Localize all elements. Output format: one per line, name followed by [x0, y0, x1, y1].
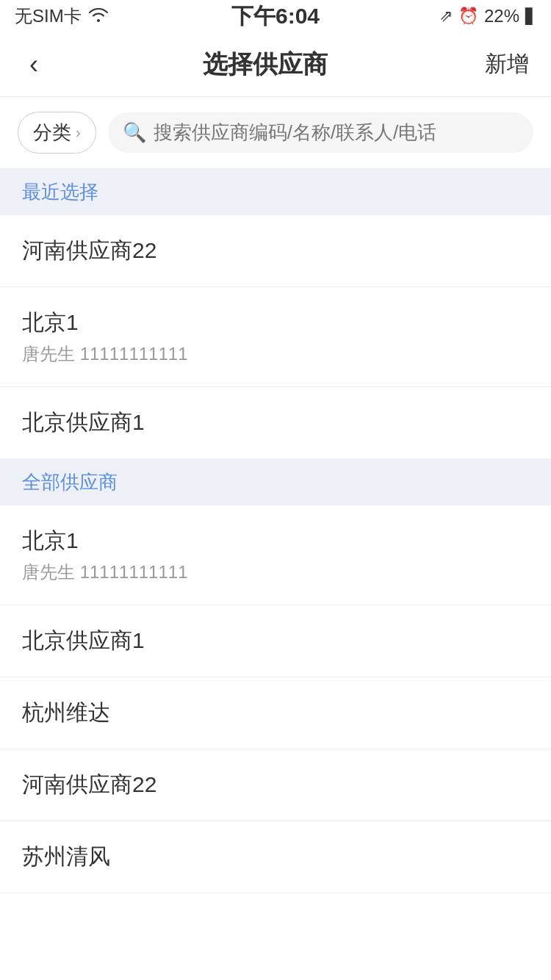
status-bar: 无SIM卡 下午6:04 ⇗ ⏰ 22% ▋ — [0, 0, 551, 32]
item-name: 河南供应商22 — [22, 236, 529, 266]
list-item[interactable]: 河南供应商22 — [0, 215, 551, 287]
list-item[interactable]: 北京供应商1 — [0, 387, 551, 459]
list-item[interactable]: 河南供应商22 — [0, 749, 551, 821]
all-list: 北京1唐先生 11111111111北京供应商1杭州维达河南供应商22苏州清风 — [0, 505, 551, 893]
add-button[interactable]: 新增 — [485, 49, 529, 79]
item-name: 北京1 — [22, 308, 529, 338]
search-input[interactable] — [154, 121, 519, 144]
list-item[interactable]: 北京1唐先生 11111111111 — [0, 287, 551, 387]
location-icon: ⇗ — [439, 7, 453, 26]
list-item[interactable]: 杭州维达 — [0, 677, 551, 749]
back-button[interactable]: ‹ — [22, 42, 46, 87]
nav-bar: ‹ 选择供应商 新增 — [0, 32, 551, 97]
status-left: 无SIM卡 — [15, 4, 109, 28]
battery-text: 22% — [484, 6, 519, 26]
status-time: 下午6:04 — [231, 1, 320, 32]
battery-icon: ▋ — [525, 7, 536, 25]
recent-list: 河南供应商22北京1唐先生 11111111111北京供应商1 — [0, 215, 551, 459]
item-name: 河南供应商22 — [22, 770, 529, 800]
all-section-header: 全部供应商 — [0, 459, 551, 505]
search-icon: 🔍 — [123, 121, 146, 144]
category-label: 分类 — [33, 120, 71, 145]
item-name: 北京1 — [22, 526, 529, 556]
list-item[interactable]: 苏州清风 — [0, 821, 551, 893]
alarm-icon: ⏰ — [458, 7, 478, 26]
category-filter-button[interactable]: 分类 › — [18, 112, 96, 154]
carrier-text: 无SIM卡 — [15, 4, 82, 28]
list-item[interactable]: 北京1唐先生 11111111111 — [0, 505, 551, 605]
list-item[interactable]: 北京供应商1 — [0, 605, 551, 677]
wifi-icon — [87, 6, 109, 26]
item-name: 北京供应商1 — [22, 626, 529, 656]
chevron-right-icon: › — [76, 124, 81, 141]
item-name: 北京供应商1 — [22, 408, 529, 438]
search-box: 🔍 — [108, 112, 533, 153]
item-name: 苏州清风 — [22, 842, 529, 872]
item-name: 杭州维达 — [22, 698, 529, 728]
filter-bar: 分类 › 🔍 — [0, 97, 551, 169]
recent-section-header: 最近选择 — [0, 169, 551, 215]
page-title: 选择供应商 — [203, 48, 328, 82]
status-right: ⇗ ⏰ 22% ▋ — [439, 6, 536, 26]
item-sub: 唐先生 11111111111 — [22, 561, 529, 584]
item-sub: 唐先生 11111111111 — [22, 342, 529, 366]
